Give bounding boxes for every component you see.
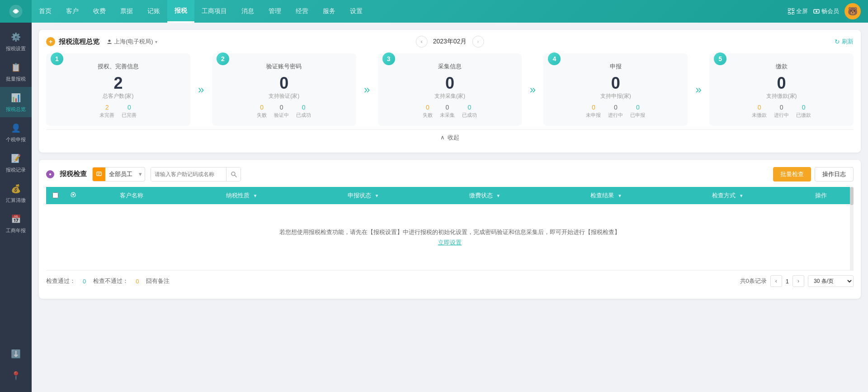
nav-operation[interactable]: 经营	[288, 0, 316, 23]
nav-customer[interactable]: 客户	[59, 0, 86, 23]
col-tax-type: 纳税性质 ▼	[181, 187, 302, 204]
flow-steps: 1 授权、完善信息 2 总客户数(家) 2 未完善 0 已完善 »	[46, 53, 854, 126]
sidebar-location[interactable]: 📍	[0, 365, 32, 387]
next-page-btn[interactable]: ›	[793, 275, 804, 287]
sidebar-item-tax-record[interactable]: 📝 报税记录	[0, 148, 32, 178]
check-title: 报税检查	[60, 170, 87, 178]
sidebar-item-personal-report[interactable]: 👤 个税申报	[0, 117, 32, 148]
sidebar-download[interactable]: ⬇️	[0, 343, 32, 365]
overview-header: + 报税流程总览 上海(电子税局) ▾ ‹ 2023年02月 › ↻ 刷新	[46, 37, 854, 46]
nav-right: 全屏 畅会员 🐻	[788, 3, 868, 19]
nav-service[interactable]: 服务	[316, 0, 343, 23]
fullscreen-btn[interactable]: 全屏	[788, 7, 808, 15]
step-5-detail-2: 0 已缴款	[796, 104, 811, 119]
setup-link[interactable]: 立即设置	[438, 239, 462, 246]
nav-accounting[interactable]: 记账	[140, 0, 167, 23]
table-wrap: 客户名称 纳税性质 ▼ 申报状态 ▼ 缴费状态 ▼	[46, 187, 854, 271]
overview-title: 报税流程总览	[59, 38, 99, 46]
method-filter-icon[interactable]: ▼	[739, 193, 744, 198]
page-size-select[interactable]: 30 条/页 50 条/页 100 条/页	[808, 275, 854, 287]
app-logo	[0, 0, 32, 23]
prev-page-btn[interactable]: ‹	[770, 275, 782, 287]
action-btns: 批量检查 操作日志	[773, 167, 854, 182]
prev-month-btn[interactable]: ‹	[416, 36, 428, 48]
nav-fee[interactable]: 收费	[86, 0, 113, 23]
step-2-details: 0 失败 0 验证中 0 已成功	[219, 104, 349, 119]
check-section: ● 报税检查 全部员工 ▾	[39, 160, 861, 299]
sidebar-item-annual-report[interactable]: 📅 工商年报	[0, 208, 32, 239]
collapse-btn[interactable]: ∧ 收起	[46, 129, 854, 145]
membership-btn[interactable]: 畅会员	[813, 7, 839, 15]
check-pass-num[interactable]: 0	[83, 278, 86, 285]
scrollbar-thumb[interactable]	[850, 187, 854, 205]
step-4-detail-2: 0 已申报	[630, 104, 645, 119]
nav-settings[interactable]: 设置	[343, 0, 370, 23]
result-filter-icon[interactable]: ▼	[618, 193, 622, 198]
svg-point-8	[108, 40, 111, 42]
step-3-label: 支持采集(家)	[385, 92, 515, 100]
step-5-title: 缴款	[717, 62, 846, 71]
nav-home[interactable]: 首页	[32, 0, 59, 23]
step-1-num: 1	[51, 53, 63, 65]
check-pass-label: 检查通过：	[46, 277, 75, 285]
batch-check-btn[interactable]: 批量检查	[773, 167, 811, 182]
nav-business[interactable]: 工商项目	[194, 0, 234, 23]
pagination: 共0条记录 ‹ 1 › 30 条/页 50 条/页 100 条/页	[740, 275, 854, 287]
user-avatar[interactable]: 🐻	[844, 3, 861, 19]
svg-rect-2	[788, 8, 790, 10]
sidebar-item-tax-settings[interactable]: ⚙️ 报税设置	[0, 26, 32, 57]
step-5-detail-1: 0 进行中	[774, 104, 789, 119]
step-2-num: 2	[217, 53, 229, 65]
employee-filter[interactable]: 全部员工 ▾	[92, 167, 145, 182]
select-all-checkbox[interactable]	[52, 192, 58, 198]
sidebar-item-batch-tax[interactable]: 📋 批量报税	[0, 57, 32, 87]
col-checkbox	[46, 187, 64, 204]
settlement-icon: 💰	[9, 182, 22, 195]
location-dropdown-icon: ▾	[155, 39, 157, 44]
nav-invoice[interactable]: 票据	[113, 0, 140, 23]
tax-settings-icon: ⚙️	[9, 31, 22, 43]
step-2-count: 0	[219, 74, 349, 92]
employee-dropdown-arrow[interactable]: ▾	[136, 171, 145, 177]
step-2-title: 验证账号密码	[219, 62, 349, 71]
svg-point-14	[72, 194, 74, 196]
refresh-btn[interactable]: ↻ 刷新	[835, 38, 854, 46]
search-btn[interactable]	[226, 167, 241, 181]
nav-tax[interactable]: 报税	[167, 0, 194, 23]
step-5-details: 0 未缴款 0 进行中 0 已缴款	[717, 104, 846, 119]
nav-manage[interactable]: 管理	[261, 0, 288, 23]
search-icon	[231, 171, 237, 177]
sidebar-item-tax-overview[interactable]: 📊 报税总览	[0, 87, 32, 117]
nav-message[interactable]: 消息	[234, 0, 261, 23]
tax-type-filter-icon[interactable]: ▼	[253, 193, 258, 198]
pay-filter-icon[interactable]: ▼	[496, 193, 500, 198]
sidebar-item-settlement[interactable]: 💰 汇算清缴	[0, 178, 32, 208]
next-month-btn[interactable]: ›	[472, 36, 484, 48]
step-4-detail-0: 0 未申报	[586, 104, 601, 119]
flow-arrow-3: »	[522, 83, 543, 96]
settings-icon	[70, 191, 76, 198]
search-input[interactable]	[151, 167, 226, 181]
step-3-title: 采集信息	[385, 62, 515, 71]
sidebar-bottom: ⬇️ 📍	[0, 343, 32, 392]
svg-point-1	[14, 10, 17, 13]
location-tag[interactable]: 上海(电子税局) ▾	[107, 38, 157, 46]
employee-icon	[96, 172, 102, 177]
flow-arrow-2: »	[356, 83, 378, 96]
step-3-count: 0	[385, 74, 515, 92]
col-declare-status: 申报状态 ▼	[302, 187, 424, 204]
step-4-detail-1: 0 进行中	[608, 104, 623, 119]
svg-point-7	[816, 10, 817, 12]
personal-report-icon: 👤	[9, 122, 22, 134]
main-content: + 报税流程总览 上海(电子税局) ▾ ‹ 2023年02月 › ↻ 刷新	[32, 23, 868, 392]
svg-rect-4	[788, 12, 790, 14]
has-note: 囧有备注	[146, 277, 170, 285]
operation-log-btn[interactable]: 操作日志	[815, 167, 854, 182]
scrollbar-track[interactable]	[850, 187, 854, 271]
svg-rect-5	[792, 12, 794, 14]
step-1-label: 总客户数(家)	[53, 92, 183, 100]
check-fail-num[interactable]: 0	[136, 278, 139, 285]
declare-filter-icon[interactable]: ▼	[374, 193, 379, 198]
step-5-count: 0	[717, 74, 846, 92]
flow-step-5: 5 缴款 0 支持缴款(家) 0 未缴款 0 进行中 0 已缴款	[709, 53, 854, 126]
